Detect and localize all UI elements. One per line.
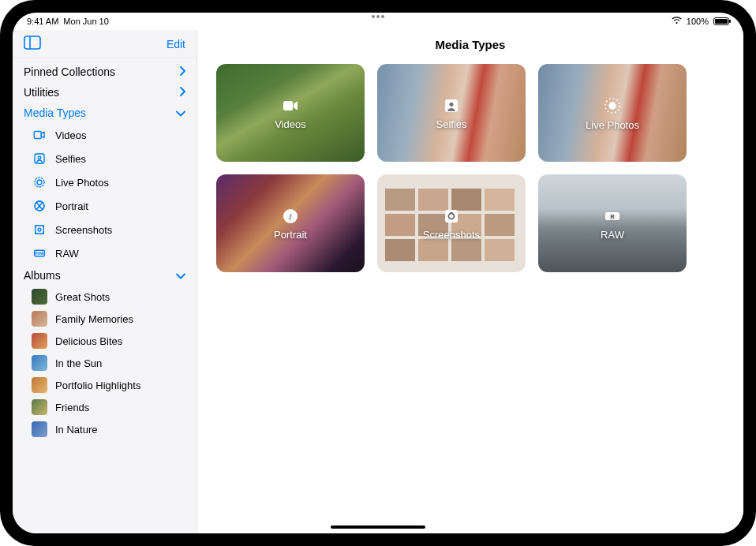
screenshot-icon	[442, 207, 461, 226]
svg-rect-8	[36, 226, 44, 234]
svg-rect-3	[35, 154, 44, 163]
home-indicator[interactable]	[331, 525, 425, 529]
status-date: Mon Jun 10	[63, 17, 108, 26]
sidebar-item-label: Portrait	[55, 200, 88, 212]
sidebar-list[interactable]: Pinned Collections Utilities Media Types	[13, 58, 196, 533]
sidebar-item-label: Screenshots	[55, 224, 112, 236]
sidebar-section-utilities[interactable]: Utilities	[13, 82, 196, 103]
sidebar-section-label: Utilities	[24, 86, 59, 99]
video-camera-icon	[281, 96, 300, 115]
album-thumbnail	[32, 311, 47, 327]
chevron-down-icon	[176, 269, 185, 282]
sidebar-item-label: Delicious Bites	[55, 335, 122, 347]
battery-icon	[713, 17, 729, 25]
ipad-device-frame: 9:41 AM Mon Jun 10 100% Edit	[0, 0, 756, 546]
svg-point-9	[38, 228, 41, 231]
sidebar-item-raw[interactable]: RAWRAW	[13, 241, 196, 265]
tile-portrait[interactable]: fPortrait	[216, 174, 365, 272]
sidebar-item-portrait[interactable]: Portrait	[13, 194, 196, 218]
sidebar-item-live-photos[interactable]: Live Photos	[13, 170, 196, 194]
tile-live-photos[interactable]: Live Photos	[538, 64, 687, 162]
sidebar-item-label: Videos	[55, 129, 87, 141]
battery-percent: 100%	[687, 17, 709, 26]
svg-point-15	[608, 102, 616, 109]
sidebar: Edit Pinned Collections Utilities	[13, 30, 197, 533]
person-square-icon	[32, 151, 47, 166]
tile-label: Videos	[275, 118, 306, 130]
sidebar-section-label: Pinned Collections	[24, 65, 115, 78]
sidebar-section-label: Albums	[24, 269, 61, 282]
sidebar-item-label: In Nature	[55, 424, 97, 436]
album-thumbnail	[32, 399, 47, 415]
sidebar-item-selfies[interactable]: Selfies	[13, 147, 196, 170]
raw-badge-icon: R	[603, 207, 622, 226]
page-title: Media Types	[197, 30, 743, 56]
screenshot-icon	[32, 222, 47, 237]
sidebar-section-label: Media Types	[24, 107, 86, 119]
sidebar-item-videos[interactable]: Videos	[13, 123, 196, 147]
tile-label: RAW	[601, 229, 624, 241]
chevron-down-icon	[176, 107, 185, 119]
content-area: Edit Pinned Collections Utilities	[13, 30, 743, 533]
wifi-icon	[672, 17, 682, 26]
svg-rect-0	[24, 36, 40, 49]
video-camera-icon	[32, 127, 47, 143]
sidebar-section-pinned-collections[interactable]: Pinned Collections	[13, 62, 196, 82]
screen: 9:41 AM Mon Jun 10 100% Edit	[13, 13, 743, 533]
media-types-grid: VideosSelfiesLive PhotosfPortraitScreens…	[197, 56, 743, 280]
svg-text:RAW: RAW	[35, 252, 44, 256]
album-thumbnail	[32, 355, 47, 371]
sidebar-item-label: Live Photos	[55, 177, 109, 189]
sidebar-item-label: RAW	[55, 248, 79, 260]
raw-badge-icon: RAW	[32, 245, 47, 261]
chevron-right-icon	[179, 86, 185, 99]
album-thumbnail	[32, 377, 47, 393]
svg-point-4	[38, 156, 41, 159]
svg-text:R: R	[610, 213, 614, 219]
tile-raw[interactable]: RRAW	[538, 174, 687, 272]
status-time: 9:41 AM	[27, 17, 58, 26]
sidebar-album-portfolio-highlights[interactable]: Portfolio Highlights	[13, 374, 196, 396]
album-thumbnail	[32, 333, 47, 349]
tile-videos[interactable]: Videos	[216, 64, 365, 162]
album-thumbnail	[32, 289, 47, 305]
album-thumbnail	[32, 421, 47, 437]
live-photo-icon	[32, 174, 47, 190]
sidebar-item-label: Family Memories	[55, 313, 133, 325]
sidebar-album-in-nature[interactable]: In Nature	[13, 418, 196, 440]
live-photo-icon	[602, 95, 623, 116]
main-content: Media Types VideosSelfiesLive PhotosfPor…	[197, 30, 743, 533]
svg-rect-12	[283, 101, 293, 110]
svg-rect-19	[445, 210, 458, 223]
sidebar-section-albums[interactable]: Albums	[13, 265, 196, 286]
sidebar-toolbar: Edit	[13, 30, 196, 58]
multitasking-dots-icon[interactable]	[372, 15, 384, 18]
sidebar-album-in-the-sun[interactable]: In the Sun	[13, 352, 196, 374]
tile-selfies[interactable]: Selfies	[377, 64, 526, 162]
sidebar-item-label: In the Sun	[55, 357, 102, 369]
person-square-icon	[442, 96, 461, 115]
aperture-icon: f	[281, 207, 300, 226]
sidebar-album-friends[interactable]: Friends	[13, 396, 196, 418]
svg-point-6	[35, 178, 44, 187]
edit-button[interactable]: Edit	[167, 38, 185, 50]
aperture-icon	[32, 198, 47, 214]
chevron-right-icon	[179, 65, 185, 78]
sidebar-item-label: Portfolio Highlights	[55, 380, 140, 391]
sidebar-item-screenshots[interactable]: Screenshots	[13, 218, 196, 241]
sidebar-album-family-memories[interactable]: Family Memories	[13, 308, 196, 330]
sidebar-item-label: Friends	[55, 402, 89, 413]
sidebar-item-label: Selfies	[55, 153, 86, 165]
svg-point-5	[37, 180, 42, 185]
tile-label: Screenshots	[423, 229, 480, 241]
tile-label: Portrait	[274, 229, 307, 241]
tile-label: Live Photos	[586, 119, 639, 131]
sidebar-album-delicious-bites[interactable]: Delicious Bites	[13, 330, 196, 352]
svg-point-14	[449, 102, 453, 106]
sidebar-toggle-icon[interactable]	[24, 36, 41, 53]
svg-rect-2	[34, 132, 41, 139]
sidebar-section-media-types[interactable]: Media Types	[13, 103, 196, 123]
tile-label: Selfies	[436, 118, 466, 130]
sidebar-album-great-shots[interactable]: Great Shots	[13, 286, 196, 308]
tile-screenshots[interactable]: Screenshots	[377, 174, 526, 272]
